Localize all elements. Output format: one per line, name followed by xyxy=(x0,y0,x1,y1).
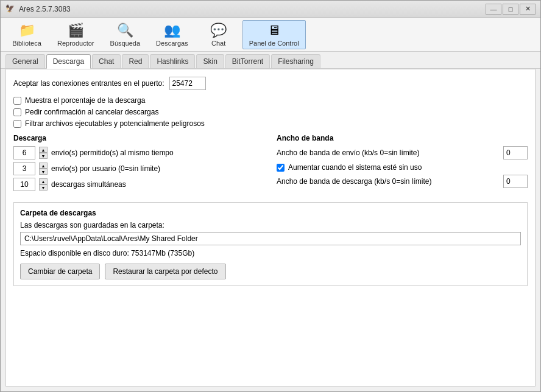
folder-section-title: Carpeta de descargas xyxy=(20,209,521,217)
envios-usuario-down[interactable]: ▼ xyxy=(39,169,48,175)
toolbar-reproductor[interactable]: 🎬 Reproductor xyxy=(51,20,101,49)
confirmacion-checkbox[interactable] xyxy=(13,108,21,116)
panel-label: Panel de Control xyxy=(249,40,299,47)
envios-usuario-up[interactable]: ▲ xyxy=(39,163,48,169)
cambiar-carpeta-button[interactable]: Cambiar de carpeta xyxy=(20,264,100,279)
aumentar-checkbox[interactable] xyxy=(277,164,285,172)
bw-envio-input[interactable] xyxy=(503,146,528,159)
checkbox-porcentaje: Muestra el porcentaje de la descarga xyxy=(13,96,528,105)
aumentar-row: Aumentar cuando el sistema esté sin uso xyxy=(277,163,528,172)
port-input[interactable] xyxy=(169,77,206,90)
checkbox-filtrar: Filtrar archivos ejecutables y potencial… xyxy=(13,119,528,128)
main-window: 🦅 Ares 2.5.7.3083 — □ ✕ 📁 Biblioteca 🎬 R… xyxy=(0,0,541,392)
folder-path-label: Las descargas son guardadas en la carpet… xyxy=(20,221,521,229)
descarga-section-title: Descarga xyxy=(13,134,264,142)
descargas-label: descargas simultáneas xyxy=(51,180,126,189)
window-controls: — □ ✕ xyxy=(486,4,536,15)
descargas-down[interactable]: ▼ xyxy=(39,184,48,191)
download-folder-section: Carpeta de descargas Las descargas son g… xyxy=(13,202,528,286)
busqueda-label: Búsqueda xyxy=(110,40,141,47)
toolbar: 📁 Biblioteca 🎬 Reproductor 🔍 Búsqueda 👥 … xyxy=(1,18,540,52)
toolbar-biblioteca[interactable]: 📁 Biblioteca xyxy=(5,20,48,49)
envios-down[interactable]: ▼ xyxy=(39,153,48,159)
bw-envio-label: Ancho de banda de envío (kb/s 0=sin lími… xyxy=(277,149,500,157)
toolbar-panel[interactable]: 🖥 Panel de Control xyxy=(242,20,306,49)
panel-icon: 🖥 xyxy=(266,23,283,38)
confirmacion-label: Pedir confirmación al cancelar descargas xyxy=(25,108,158,116)
envios-spinners: ▲ ▼ xyxy=(39,147,48,159)
filtrar-label: Filtrar archivos ejecutables y potencial… xyxy=(25,119,205,128)
descargas-simultaneas-row: ▲ ▼ descargas simultáneas xyxy=(13,178,264,191)
minimize-button[interactable]: — xyxy=(486,4,501,15)
envios-usuario-row: ▲ ▼ envío(s) por usuario (0=sin límite) xyxy=(13,162,264,175)
chat-label: Chat xyxy=(211,40,225,47)
descarga-section: Descarga ▲ ▼ envío(s) permitido(s) al mi… xyxy=(13,134,264,194)
toolbar-busqueda[interactable]: 🔍 Búsqueda xyxy=(104,20,147,49)
close-button[interactable]: ✕ xyxy=(520,4,536,15)
port-label: Aceptar las conexiones entrantes en el p… xyxy=(13,79,164,88)
tab-general[interactable]: General xyxy=(5,54,45,68)
reproductor-icon: 🎬 xyxy=(67,23,84,38)
envios-usuario-label: envío(s) por usuario (0=sin límite) xyxy=(51,164,160,173)
busqueda-icon: 🔍 xyxy=(116,23,133,38)
two-column-section: Descarga ▲ ▼ envío(s) permitido(s) al mi… xyxy=(13,134,528,194)
descargas-input[interactable] xyxy=(13,178,35,191)
porcentaje-label: Muestra el porcentaje de la descarga xyxy=(25,96,145,105)
tab-chat[interactable]: Chat xyxy=(92,54,121,68)
bw-descarga-input[interactable] xyxy=(503,175,528,188)
toolbar-descargas[interactable]: 👥 Descargas xyxy=(149,20,195,49)
reproductor-label: Reproductor xyxy=(57,40,94,47)
window-title: Ares 2.5.7.3083 xyxy=(19,5,486,13)
folder-path-input[interactable] xyxy=(20,232,521,245)
filtrar-checkbox[interactable] xyxy=(13,120,21,128)
bw-descarga-row: Ancho de banda de descarga (kb/s 0=sin l… xyxy=(277,175,528,188)
folder-buttons: Cambiar de carpeta Restaurar la carpeta … xyxy=(20,264,521,279)
descargas-up[interactable]: ▲ xyxy=(39,178,48,184)
envios-usuario-spinners: ▲ ▼ xyxy=(39,163,48,175)
envios-up[interactable]: ▲ xyxy=(39,147,48,153)
envios-usuario-input[interactable] xyxy=(13,162,35,175)
descargas-label: Descargas xyxy=(156,40,188,47)
tab-red[interactable]: Red xyxy=(122,54,149,68)
checkbox-confirmacion: Pedir confirmación al cancelar descargas xyxy=(13,108,528,116)
biblioteca-label: Biblioteca xyxy=(12,40,41,47)
bw-envio-row: Ancho de banda de envío (kb/s 0=sin lími… xyxy=(277,146,528,159)
disk-space-label: Espacio disponible en disco duro: 753147… xyxy=(20,249,521,257)
envios-label: envío(s) permitido(s) al mismo tiempo xyxy=(51,149,174,157)
biblioteca-icon: 📁 xyxy=(18,23,35,38)
tab-descarga[interactable]: Descarga xyxy=(46,54,91,69)
descargas-icon: 👥 xyxy=(163,23,180,38)
tab-filesharing[interactable]: Filesharing xyxy=(271,54,320,68)
tab-hashlinks[interactable]: Hashlinks xyxy=(150,54,195,68)
ancho-banda-title: Ancho de banda xyxy=(277,134,528,142)
title-bar: 🦅 Ares 2.5.7.3083 — □ ✕ xyxy=(1,1,540,18)
tab-bittorrent[interactable]: BitTorrent xyxy=(225,54,270,68)
restaurar-carpeta-button[interactable]: Restaurar la carpeta por defecto xyxy=(105,264,225,279)
envios-input[interactable] xyxy=(13,146,35,159)
bw-descarga-label: Ancho de banda de descarga (kb/s 0=sin l… xyxy=(277,177,500,186)
port-row: Aceptar las conexiones entrantes en el p… xyxy=(13,77,528,90)
descargas-spinners: ▲ ▼ xyxy=(39,178,48,191)
tab-bar: General Descarga Chat Red Hashlinks Skin… xyxy=(1,52,540,69)
chat-icon: 💬 xyxy=(210,23,227,38)
porcentaje-checkbox[interactable] xyxy=(13,97,21,105)
app-icon: 🦅 xyxy=(5,4,15,14)
maximize-button[interactable]: □ xyxy=(503,4,518,15)
toolbar-chat[interactable]: 💬 Chat xyxy=(197,20,240,49)
envios-row: ▲ ▼ envío(s) permitido(s) al mismo tiemp… xyxy=(13,146,264,159)
tab-skin[interactable]: Skin xyxy=(196,54,224,68)
ancho-banda-section: Ancho de banda Ancho de banda de envío (… xyxy=(277,134,528,194)
content-panel: Aceptar las conexiones entrantes en el p… xyxy=(5,69,536,387)
aumentar-label: Aumentar cuando el sistema esté sin uso xyxy=(288,163,422,172)
